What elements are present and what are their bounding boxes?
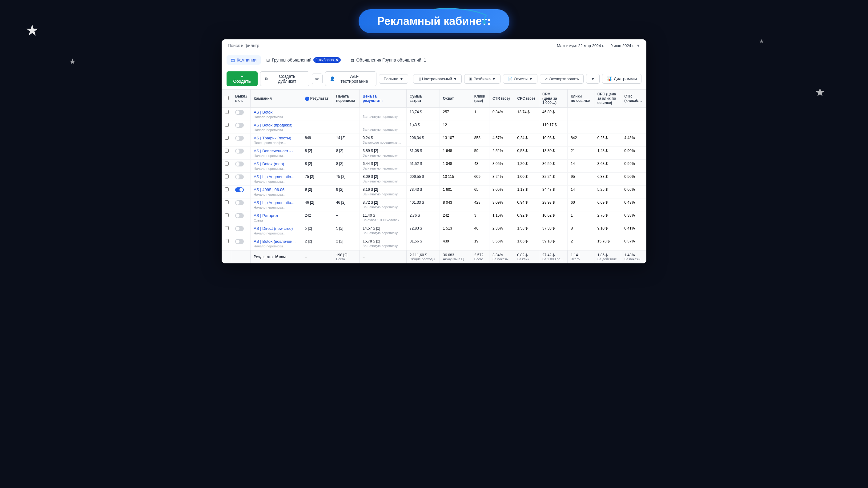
campaign-name[interactable]: AS | 499$ | 06.06 — [254, 187, 298, 192]
ab-test-button[interactable]: 👤 А/В-тестирование — [325, 71, 377, 86]
cpc-vse-val: 0,92 $ — [518, 213, 536, 218]
row-select-checkbox[interactable] — [225, 187, 229, 191]
campaigns-label: Кампании — [237, 58, 256, 62]
row-toggle[interactable] — [232, 186, 251, 198]
export-button[interactable]: ↗ Экспортировать — [540, 74, 584, 84]
campaign-name[interactable]: AS | Botox (продажи) — [254, 123, 298, 127]
more-options-button[interactable]: ▼ — [586, 74, 599, 84]
row-toggle[interactable] — [232, 212, 251, 224]
kliki-val: 609 — [474, 174, 486, 179]
tab-ad-groups[interactable]: ⊞ Группы объявлений 1 выбрано ✕ — [262, 55, 345, 65]
row-cena: 3,89 $ [2] За начатую переписку — [360, 147, 407, 160]
row-select-checkbox[interactable] — [225, 213, 229, 217]
row-toggle[interactable] — [232, 173, 251, 186]
kliki-ss-val: 95 — [571, 174, 591, 179]
date-range[interactable]: Максимум: 22 мар 2024 г. — 9 июн 2024 г.… — [557, 43, 640, 48]
row-checkbox[interactable] — [222, 160, 232, 173]
ctr-kl-val: 0,37% — [624, 239, 643, 243]
row-checkbox[interactable] — [222, 173, 232, 186]
toggle-switch[interactable] — [235, 110, 244, 115]
breakdown-button[interactable]: ⊞ Разбивка ▼ — [464, 74, 500, 84]
row-toggle[interactable] — [232, 198, 251, 212]
row-select-checkbox[interactable] — [225, 110, 229, 114]
cpm-val: 10,62 $ — [542, 213, 564, 218]
campaign-name[interactable]: AS | Lip Augmentatio... — [254, 174, 298, 179]
row-toggle[interactable] — [232, 224, 251, 237]
row-toggle[interactable] — [232, 134, 251, 147]
user-icon: 👤 — [330, 76, 335, 81]
toggle-switch[interactable] — [235, 149, 244, 154]
toggle-switch[interactable] — [235, 213, 244, 218]
charts-button[interactable]: 📊 Диаграммы — [602, 74, 642, 84]
row-checkbox[interactable] — [222, 212, 232, 224]
row-checkbox[interactable] — [222, 198, 232, 212]
footer-nachat: 198 [2] Всего — [333, 250, 359, 263]
close-icon[interactable]: ✕ — [335, 58, 338, 62]
campaign-name[interactable]: AS | Ретаргет — [254, 213, 298, 218]
row-checkbox[interactable] — [222, 121, 232, 134]
toggle-switch[interactable] — [235, 136, 244, 141]
row-toggle[interactable] — [232, 237, 251, 251]
kliki-ss-val: 14 — [571, 162, 591, 166]
create-button[interactable]: + Создать — [226, 71, 258, 86]
row-toggle[interactable] — [232, 108, 251, 121]
tab-ads[interactable]: ▦ Объявления Группа объявлений: 1 — [346, 55, 431, 65]
cpc-ss-val: – — [597, 110, 618, 114]
campaign-name[interactable]: AS | Вовлеченность -... — [254, 149, 298, 153]
toggle-switch[interactable] — [235, 226, 244, 231]
row-select-checkbox[interactable] — [225, 149, 229, 153]
campaign-sub: Начало переписки... — [254, 167, 298, 170]
row-toggle[interactable] — [232, 121, 251, 134]
row-kliki: 609 — [471, 173, 489, 186]
row-toggle[interactable] — [232, 147, 251, 160]
row-select-checkbox[interactable] — [225, 136, 229, 140]
search-filter[interactable]: Поиск и фильтр — [228, 43, 259, 48]
row-checkbox[interactable] — [222, 134, 232, 147]
header-checkbox[interactable] — [222, 90, 232, 108]
toggle-switch[interactable] — [235, 123, 244, 128]
row-checkbox[interactable] — [222, 108, 232, 121]
result-info-icon[interactable]: i — [305, 97, 309, 101]
row-checkbox[interactable] — [222, 186, 232, 198]
row-checkbox[interactable] — [222, 237, 232, 251]
row-checkbox[interactable] — [222, 147, 232, 160]
row-summa: 72,83 $ — [406, 224, 439, 237]
reports-button[interactable]: 📄 Отчеты ▼ — [503, 74, 537, 84]
row-select-checkbox[interactable] — [225, 200, 229, 204]
ab-test-label: А/В-тестирование — [337, 74, 372, 84]
row-ctr-vse: 3,56% — [489, 237, 514, 251]
ctr-kl-val: 0,90% — [624, 149, 643, 153]
toggle-switch[interactable] — [235, 187, 244, 192]
more-button[interactable]: Больше ▼ — [379, 74, 408, 84]
table-row: AS | Lip Augmentatio... Начало переписки… — [222, 198, 646, 212]
campaign-name[interactable]: AS | Трафик (посты) — [254, 136, 298, 140]
row-select-checkbox[interactable] — [225, 226, 229, 230]
row-checkbox[interactable] — [222, 224, 232, 237]
campaign-name[interactable]: AS | Botox (men) — [254, 162, 298, 166]
campaign-name[interactable]: AS | Direct (new creo) — [254, 226, 298, 231]
tab-campaigns[interactable]: ▤ Кампании — [226, 55, 261, 65]
toggle-switch[interactable] — [235, 174, 244, 180]
campaign-name[interactable]: AS | Lip Augmentatio... — [254, 200, 298, 205]
row-select-checkbox[interactable] — [225, 123, 229, 127]
cena-sub: За начатую переписку — [363, 154, 403, 157]
row-nachat: 46 [2] — [333, 198, 359, 212]
select-all-checkbox[interactable] — [225, 96, 229, 100]
row-kliki: 428 — [471, 198, 489, 212]
toggle-switch[interactable] — [235, 239, 244, 244]
campaign-name[interactable]: AS | Botox — [254, 110, 298, 115]
duplicate-button[interactable]: ⧉ Создать дубликат — [260, 71, 309, 86]
edit-button[interactable]: ✏ — [312, 73, 322, 84]
row-toggle[interactable] — [232, 160, 251, 173]
row-ctr-kl: 0,37% — [621, 237, 646, 251]
row-select-checkbox[interactable] — [225, 174, 229, 178]
toggle-switch[interactable] — [235, 162, 244, 166]
row-select-checkbox[interactable] — [225, 162, 229, 166]
kliki-ss-val: 842 — [571, 136, 591, 140]
header-area: Рекламный кабинет: — [249, 6, 619, 33]
row-select-checkbox[interactable] — [225, 239, 229, 243]
row-ctr-kl: – — [621, 108, 646, 121]
customize-button[interactable]: ||| Настраиваемый ▼ — [413, 74, 462, 84]
campaign-name[interactable]: AS | Botox (вовлечен... — [254, 239, 298, 244]
toggle-switch[interactable] — [235, 200, 244, 205]
